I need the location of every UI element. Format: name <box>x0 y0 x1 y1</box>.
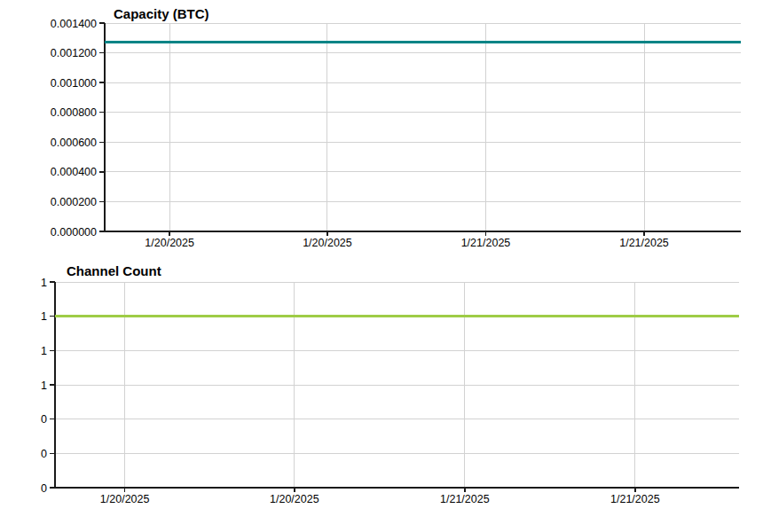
capacity-chart: 0.0014000.0012000.0010000.0008000.000600… <box>51 18 741 250</box>
y-tick-label: 0.000800 <box>51 106 97 119</box>
y-tick-label: 0 <box>41 482 47 495</box>
y-tick-label: 1 <box>41 310 47 323</box>
y-tick-label: 0.000200 <box>51 196 97 208</box>
y-tick-label: 0.001200 <box>51 47 97 59</box>
x-tick-label: 1/21/2025 <box>619 237 669 249</box>
y-tick-label: 0 <box>41 413 47 426</box>
y-tick-label: 0.000600 <box>51 137 97 149</box>
x-tick-label: 1/20/2025 <box>100 493 150 505</box>
y-tick-label: 0 <box>41 448 47 460</box>
y-tick-label: 1 <box>41 277 47 289</box>
capacity-chart-title: Capacity (BTC) <box>114 5 209 23</box>
x-tick-label: 1/21/2025 <box>610 493 660 505</box>
y-tick-label: 0.000400 <box>51 166 97 178</box>
channel-count-chart-title: Channel Count <box>67 262 161 280</box>
y-tick-label: 0.000000 <box>51 226 97 239</box>
x-tick-label: 1/21/2025 <box>461 237 511 249</box>
y-tick-label: 0.001000 <box>51 77 97 90</box>
y-tick-label: 1 <box>41 379 47 392</box>
x-tick-label: 1/20/2025 <box>270 493 319 505</box>
x-tick-label: 1/20/2025 <box>303 237 352 249</box>
x-tick-label: 1/20/2025 <box>145 237 194 249</box>
charts-canvas: 0.0014000.0012000.0010000.0008000.000600… <box>0 0 763 532</box>
y-tick-label: 0.001400 <box>51 18 97 30</box>
y-tick-label: 1 <box>41 345 47 357</box>
channel-count-chart: 11110001/20/20251/20/20251/21/20251/21/2… <box>41 277 739 506</box>
x-tick-label: 1/21/2025 <box>440 493 490 505</box>
